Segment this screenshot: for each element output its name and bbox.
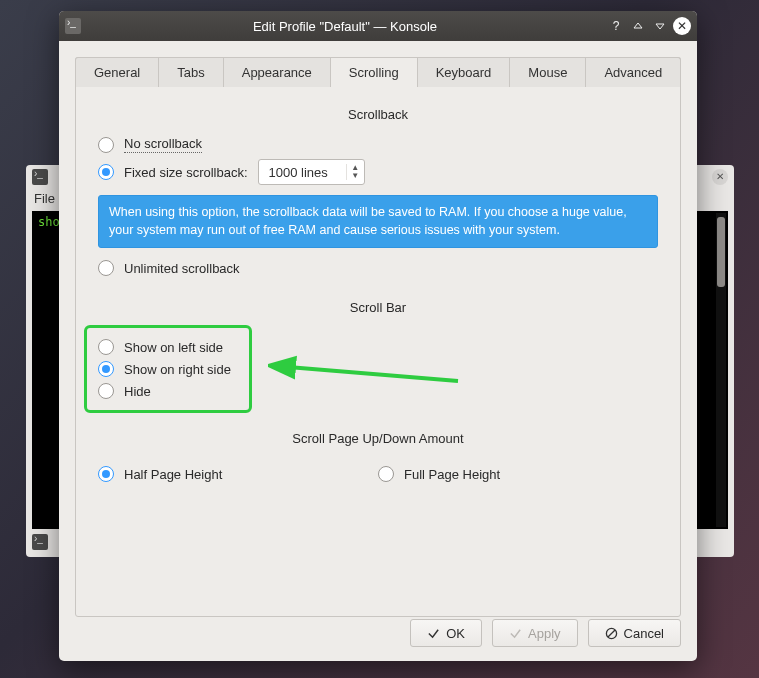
tab-scrolling[interactable]: Scrolling	[330, 57, 418, 87]
label-scrollbar-hide: Hide	[124, 384, 151, 399]
tab-advanced[interactable]: Advanced	[585, 57, 681, 87]
terminal-icon	[32, 534, 48, 550]
apply-button: Apply	[492, 619, 578, 647]
radio-unlimited-scrollback[interactable]	[98, 260, 114, 276]
cancel-button-label: Cancel	[624, 626, 664, 641]
radio-half-page[interactable]	[98, 466, 114, 482]
dialog-titlebar[interactable]: Edit Profile "Default" — Konsole ? ✕	[59, 11, 697, 41]
section-scrollpage: Scroll Page Up/Down Amount	[98, 431, 658, 446]
scrollback-lines-spinner[interactable]: 1000 lines ▲ ▼	[258, 159, 365, 185]
tab-appearance[interactable]: Appearance	[223, 57, 331, 87]
label-no-scrollback[interactable]: No scrollback	[124, 136, 202, 153]
terminal-icon	[65, 18, 81, 34]
label-scrollbar-left: Show on left side	[124, 340, 223, 355]
tab-keyboard[interactable]: Keyboard	[417, 57, 511, 87]
radio-full-page[interactable]	[378, 466, 394, 482]
section-scrollback: Scrollback	[98, 107, 658, 122]
section-scrollbar: Scroll Bar	[98, 300, 658, 315]
ok-button-label: OK	[446, 626, 465, 641]
help-button[interactable]: ?	[607, 17, 625, 35]
spinner-down-icon[interactable]: ▼	[347, 172, 364, 180]
apply-button-label: Apply	[528, 626, 561, 641]
label-unlimited-scrollback: Unlimited scrollback	[124, 261, 240, 276]
terminal-scrollbar[interactable]	[716, 213, 726, 527]
radio-no-scrollback[interactable]	[98, 137, 114, 153]
close-icon[interactable]: ✕	[712, 169, 728, 185]
tab-general[interactable]: General	[75, 57, 159, 87]
svg-line-2	[608, 629, 615, 636]
radio-scrollbar-hide[interactable]	[98, 383, 114, 399]
label-half-page: Half Page Height	[124, 467, 222, 482]
label-fixed-scrollback: Fixed size scrollback:	[124, 165, 248, 180]
label-scrollbar-right: Show on right side	[124, 362, 231, 377]
tab-bar: General Tabs Appearance Scrolling Keyboa…	[75, 57, 680, 87]
dialog-title: Edit Profile "Default" — Konsole	[87, 19, 603, 34]
radio-scrollbar-left[interactable]	[98, 339, 114, 355]
label-full-page: Full Page Height	[404, 467, 500, 482]
ok-button[interactable]: OK	[410, 619, 482, 647]
cancel-button[interactable]: Cancel	[588, 619, 681, 647]
scrollback-lines-value: 1000 lines	[259, 165, 346, 180]
radio-fixed-scrollback[interactable]	[98, 164, 114, 180]
maximize-button[interactable]	[651, 17, 669, 35]
minimize-button[interactable]	[629, 17, 647, 35]
tab-tabs[interactable]: Tabs	[158, 57, 223, 87]
edit-profile-dialog: Edit Profile "Default" — Konsole ? ✕ Gen…	[59, 11, 697, 661]
radio-scrollbar-right[interactable]	[98, 361, 114, 377]
close-button[interactable]: ✕	[673, 17, 691, 35]
scrollback-info: When using this option, the scrollback d…	[98, 195, 658, 248]
terminal-icon	[32, 169, 48, 185]
tab-mouse[interactable]: Mouse	[509, 57, 586, 87]
